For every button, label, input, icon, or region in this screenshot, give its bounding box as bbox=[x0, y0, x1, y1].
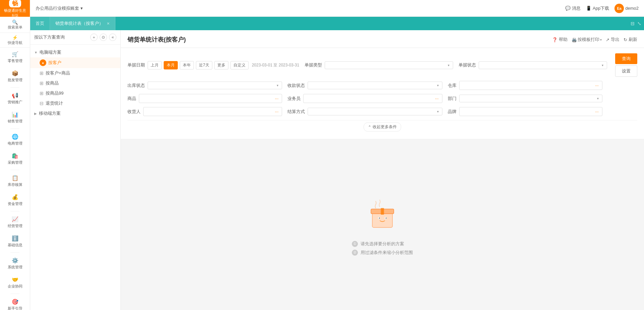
tree-group-pc-label: 电脑端方案 bbox=[40, 49, 61, 55]
order-status-select[interactable]: ▾ bbox=[479, 61, 607, 69]
print-btn[interactable]: 🖨️ 按模板打印 ▾ bbox=[572, 37, 602, 43]
collapse-filters-btn[interactable]: ⌃ 收起更多条件 bbox=[364, 122, 401, 132]
warehouse-label: 仓库 bbox=[448, 83, 457, 89]
tree-group-pc-header[interactable]: ▼ 电脑端方案 bbox=[30, 47, 120, 57]
scheme-panel: 按以下方案查询 ＋ ⊙ « ▼ 电脑端方案 ● 按客户 bbox=[30, 30, 121, 310]
tab-home-label: 首页 bbox=[36, 20, 44, 27]
print-icon: 🖨️ bbox=[572, 37, 577, 42]
date-label: 单据日期 bbox=[127, 62, 145, 68]
export-btn[interactable]: ↗ 导出 bbox=[606, 37, 620, 43]
empty-illustration bbox=[362, 194, 402, 234]
tree-item-by-customer[interactable]: ● 按客户 bbox=[30, 57, 120, 68]
sidebar-item-marketing[interactable]: 📢营销推广 bbox=[8, 89, 22, 108]
empty-state: ① 请先选择要分析的方案 ② 用过滤条件来缩小分析范围 bbox=[121, 139, 644, 310]
svg-point-7 bbox=[379, 217, 380, 218]
department-select[interactable]: ▾ bbox=[459, 95, 602, 102]
department-arrow-icon: ▾ bbox=[597, 97, 599, 100]
scheme-panel-actions: ＋ ⊙ « bbox=[90, 34, 116, 41]
add-scheme-btn[interactable]: ＋ bbox=[90, 34, 98, 41]
tree-item-by-goods[interactable]: ⊞ 按商品 bbox=[30, 78, 120, 88]
sidebar-item-system[interactable]: ⚙️系统管理 bbox=[8, 254, 22, 273]
sidebar-item-ecommerce[interactable]: 🌐电商管理 bbox=[8, 130, 22, 149]
tree-arrow-pc: ▼ bbox=[34, 51, 38, 54]
edit-scheme-btn[interactable]: ⊙ bbox=[100, 34, 107, 41]
sidebar-item-newbie[interactable]: 🎯新手引导 bbox=[8, 295, 22, 310]
app-download-btn[interactable]: 📱 App下载 bbox=[586, 5, 609, 11]
date-last-month-btn[interactable]: 上月 bbox=[148, 61, 162, 69]
sidebar-divider bbox=[10, 294, 19, 294]
sidebar-item-icon-finance: 💰 bbox=[12, 194, 18, 200]
tree-group-mobile: ▶ 移动端方案 bbox=[30, 108, 120, 118]
date-this-month-btn[interactable]: 本月 bbox=[164, 61, 178, 69]
sidebar-item-icon-wholesale: 📦 bbox=[12, 70, 18, 76]
tree-item-by-customer-goods[interactable]: ⊞ 按客户+商品 bbox=[30, 68, 120, 78]
tab-home[interactable]: 首页 bbox=[30, 17, 50, 30]
collapse-scheme-btn[interactable]: « bbox=[109, 34, 116, 41]
user-profile[interactable]: Ea demo2 bbox=[614, 4, 639, 13]
filter-cell-brand: 品牌 ··· bbox=[448, 107, 602, 116]
tab-sales-stats[interactable]: 销货单统计表（按客户） ✕ bbox=[50, 17, 115, 30]
help-label: 帮助 bbox=[559, 37, 568, 43]
collect-status-arrow-icon: ▾ bbox=[437, 84, 439, 87]
order-type-select[interactable]: ▾ bbox=[325, 61, 453, 69]
brand-dots-icon: ··· bbox=[595, 109, 599, 114]
sidebar-item-inventory[interactable]: 📋库存核算 bbox=[8, 171, 22, 191]
sidebar-item-wholesale[interactable]: 📦批发管理 bbox=[8, 67, 22, 86]
settlement-arrow-icon: ▾ bbox=[437, 110, 439, 113]
tree-item-icon3: ⊞ bbox=[40, 91, 44, 96]
tree-item-return-stats[interactable]: ⊟ 退货统计 bbox=[30, 98, 120, 108]
warehouse-input[interactable]: ··· bbox=[459, 81, 602, 90]
message-btn[interactable]: 💬 消息 bbox=[565, 5, 581, 11]
query-btn[interactable]: 查询 bbox=[615, 53, 637, 64]
date-7days-btn[interactable]: 近7天 bbox=[196, 61, 212, 69]
filter-cell-receiver: 收货人 ··· bbox=[127, 107, 282, 116]
order-type-label: 单据类型 bbox=[305, 62, 322, 68]
topbar-left: 办公用品行业模拟账套 ▾ bbox=[36, 5, 83, 11]
empty-tip-1-text: 请先选择要分析的方案 bbox=[361, 241, 404, 247]
date-range-display: 2023-03-01 至 2023-03-31 bbox=[252, 62, 299, 68]
minimize-btn[interactable]: ⊟ bbox=[631, 21, 635, 26]
goods-dots-icon: ··· bbox=[275, 96, 278, 101]
date-group: 上月 本月 本年 近7天 更多 自定义 2023-03-01 至 2023-03… bbox=[148, 61, 299, 69]
quick-nav-btn[interactable]: ⚡ 快捷导航 bbox=[0, 33, 30, 48]
brand-input[interactable]: ··· bbox=[459, 107, 602, 116]
sidebar-item-icon-operations: 📈 bbox=[12, 216, 18, 222]
sidebar-item-label-zero-retail: 零售管理 bbox=[8, 58, 22, 63]
goods-label: 商品 bbox=[127, 96, 136, 102]
filter-section: 单据日期 上月 本月 本年 近7天 更多 自定义 2023-03-01 至 20… bbox=[121, 48, 644, 139]
date-more-btn[interactable]: 更多 bbox=[214, 61, 228, 69]
staff-input[interactable]: ··· bbox=[303, 94, 442, 103]
tree-item-by-customer-label: 按客户 bbox=[48, 60, 61, 66]
tree-arrow-mobile: ▶ bbox=[34, 112, 37, 115]
tree-item-by-goods-99[interactable]: ⊞ 按商品99 bbox=[30, 88, 120, 98]
topbar: 办公用品行业模拟账套 ▾ 💬 消息 📱 App下载 Ea demo2 bbox=[30, 0, 644, 17]
tab-close-btn[interactable]: ✕ bbox=[107, 21, 110, 26]
date-this-year-btn[interactable]: 本年 bbox=[180, 61, 194, 69]
settlement-select[interactable]: ▾ bbox=[308, 108, 442, 115]
settings-btn[interactable]: 设置 bbox=[615, 65, 637, 77]
sidebar-item-enterprise[interactable]: 🤝企业协同 bbox=[8, 273, 22, 292]
refresh-btn[interactable]: ↻ 刷新 bbox=[624, 37, 637, 43]
sidebar-item-label-basic: 基础信息 bbox=[8, 243, 22, 248]
industry-select[interactable]: 办公用品行业模拟账套 ▾ bbox=[36, 5, 83, 11]
sidebar-item-label-sales: 销售管理 bbox=[8, 119, 22, 124]
out-status-select[interactable]: ▾ bbox=[148, 82, 282, 89]
sidebar-item-finance[interactable]: 💰资金管理 bbox=[8, 191, 22, 210]
filter-cell-order-status: 单据状态 ▾ bbox=[459, 61, 607, 69]
sidebar-item-icon-inventory: 📋 bbox=[12, 175, 18, 181]
sidebar-item-sales[interactable]: 📊销售管理 bbox=[8, 108, 22, 127]
search-menu-btn[interactable]: 🔍 搜索菜单 bbox=[0, 17, 30, 33]
date-custom-btn[interactable]: 自定义 bbox=[230, 61, 249, 69]
help-btn[interactable]: ❓ 帮助 bbox=[552, 37, 568, 43]
sidebar-item-basic[interactable]: ℹ️基础信息 bbox=[8, 232, 22, 251]
tree-group-mobile-header[interactable]: ▶ 移动端方案 bbox=[30, 108, 120, 118]
sidebar-item-zero-retail[interactable]: 🛒零售管理 bbox=[8, 48, 22, 67]
sidebar-item-purchase[interactable]: 🛍️采购管理 bbox=[8, 149, 22, 168]
sidebar-item-label-purchase: 采购管理 bbox=[8, 160, 22, 165]
sidebar-item-operations[interactable]: 📈经营管理 bbox=[8, 213, 22, 232]
message-label: 消息 bbox=[572, 5, 581, 11]
maximize-btn[interactable]: ⤡ bbox=[637, 21, 641, 26]
collect-status-select[interactable]: ▾ bbox=[308, 82, 442, 89]
receiver-input[interactable]: ··· bbox=[143, 107, 282, 116]
goods-input[interactable]: ··· bbox=[139, 94, 282, 103]
